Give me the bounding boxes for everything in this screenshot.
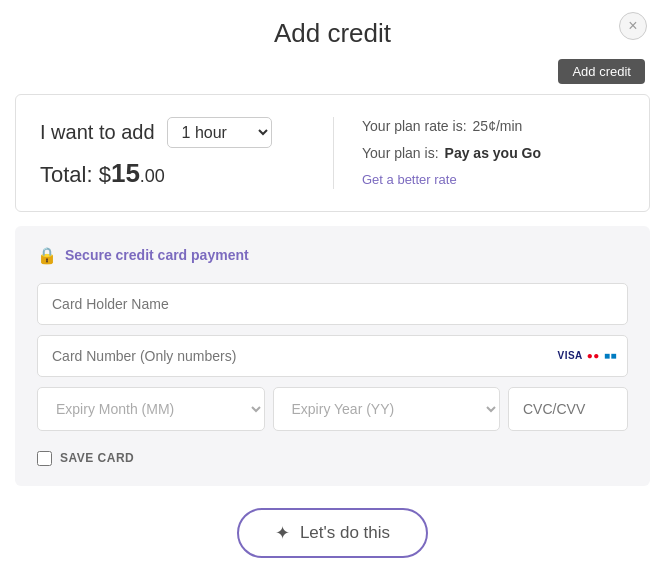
card-logos: VISA ●● ■■ xyxy=(557,336,627,376)
top-section: I want to add 1 hour 2 hours 5 hours 10 … xyxy=(15,94,650,212)
plan-is-label: Your plan is: xyxy=(362,140,439,167)
modal-title: Add credit xyxy=(274,18,391,49)
left-part: I want to add 1 hour 2 hours 5 hours 10 … xyxy=(40,117,334,189)
expiry-month-select[interactable]: Expiry Month (MM) 01020304 05060708 0910… xyxy=(37,387,265,431)
plan-is-value: Pay as you Go xyxy=(445,140,541,167)
save-card-label: SAVE CARD xyxy=(60,451,134,465)
close-icon: × xyxy=(628,18,637,34)
card-number-row: VISA ●● ■■ xyxy=(37,335,628,377)
secure-label: Secure credit card payment xyxy=(65,247,249,263)
mastercard-logo: ●● xyxy=(587,350,600,361)
save-card-checkbox[interactable] xyxy=(37,451,52,466)
want-to-add-row: I want to add 1 hour 2 hours 5 hours 10 … xyxy=(40,117,272,148)
cvc-input[interactable] xyxy=(508,387,628,431)
hour-select[interactable]: 1 hour 2 hours 5 hours 10 hours xyxy=(167,117,272,148)
total-cents: .00 xyxy=(140,166,165,186)
amex-logo: ■■ xyxy=(604,350,617,361)
save-card-row: SAVE CARD xyxy=(37,451,628,466)
add-credit-badge: Add credit xyxy=(558,59,645,84)
total-label: Total: $ xyxy=(40,162,111,187)
expiry-cvc-row: Expiry Month (MM) 01020304 05060708 0910… xyxy=(37,387,628,431)
plan-rate-value: 25¢/min xyxy=(473,113,523,140)
total-amount: 15 xyxy=(111,158,140,188)
want-to-add-label: I want to add xyxy=(40,121,155,144)
secure-header: 🔒 Secure credit card payment xyxy=(37,246,628,265)
plan-rate-label: Your plan rate is: xyxy=(362,113,467,140)
form-group: VISA ●● ■■ Expiry Month (MM) 01020304 05… xyxy=(37,283,628,466)
modal: × Add credit Add credit I want to add 1 … xyxy=(0,0,665,574)
lock-icon: 🔒 xyxy=(37,246,57,265)
expiry-year-select[interactable]: Expiry Year (YY) 2425262728 xyxy=(273,387,501,431)
total-row: Total: $15.00 xyxy=(40,158,165,189)
plan-rate-line: Your plan rate is: 25¢/min xyxy=(362,113,625,140)
card-holder-input[interactable] xyxy=(37,283,628,325)
close-button[interactable]: × xyxy=(619,12,647,40)
visa-logo: VISA xyxy=(557,350,582,361)
payment-section: 🔒 Secure credit card payment VISA ●● ■■ … xyxy=(15,226,650,486)
better-rate-link[interactable]: Get a better rate xyxy=(362,172,457,187)
wand-icon: ✦ xyxy=(275,522,290,544)
cta-label: Let's do this xyxy=(300,523,390,543)
right-part: Your plan rate is: 25¢/min Your plan is:… xyxy=(334,113,625,193)
lets-do-button[interactable]: ✦ Let's do this xyxy=(237,508,428,558)
card-number-input[interactable] xyxy=(38,336,557,376)
plan-is-line: Your plan is: Pay as you Go xyxy=(362,140,625,167)
footer: ✦ Let's do this xyxy=(237,486,428,574)
